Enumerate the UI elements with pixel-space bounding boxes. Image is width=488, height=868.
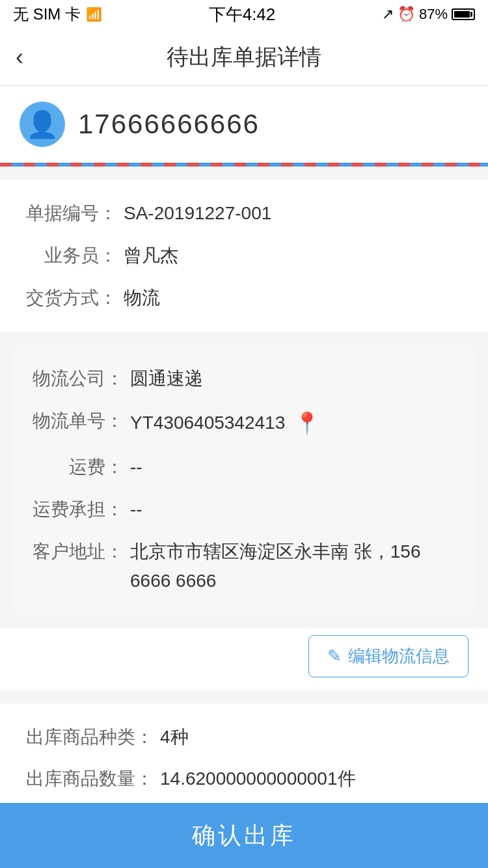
edit-logistics-button[interactable]: ✎ 编辑物流信息 [308, 635, 468, 677]
freight-bear-label: 运费承担： [33, 495, 124, 524]
status-right: ↗ ⏰ 87% [382, 6, 475, 23]
document-info-section: 单据编号： SA-20191227-001 业务员： 曾凡杰 交货方式： 物流 [0, 180, 488, 332]
salesman-row: 业务员： 曾凡杰 [26, 241, 462, 271]
delivery-value: 物流 [124, 284, 462, 313]
user-icon: 👤 [26, 109, 59, 140]
freight-bear-row: 运费承担： -- [33, 495, 455, 524]
tracking-number: YT4306405342413 [130, 409, 285, 438]
logistics-company-row: 物流公司： 圆通速递 [33, 364, 455, 394]
edit-btn-row: ✎ 编辑物流信息 [0, 629, 488, 690]
document-number-value: SA-20191227-001 [124, 199, 462, 228]
salesman-value: 曾凡杰 [124, 241, 462, 271]
delivery-label: 交货方式： [26, 284, 117, 313]
status-time: 下午4:42 [209, 3, 276, 26]
dashed-divider [0, 163, 488, 167]
confirm-btn-text: 确认出库 [192, 820, 296, 852]
freight-bear-value: -- [130, 495, 455, 524]
goods-type-label: 出库商品种类： [26, 723, 154, 752]
confirm-btn-bar[interactable]: 确认出库 [0, 803, 488, 868]
alarm-icon: ⏰ [398, 6, 415, 23]
freight-row: 运费： -- [33, 453, 455, 482]
nav-bar: ‹ 待出库单据详情 [0, 29, 488, 86]
delivery-row: 交货方式： 物流 [26, 284, 462, 313]
salesman-label: 业务员： [26, 241, 117, 271]
goods-quantity-row: 出库商品数量： 14.620000000000001件 [26, 765, 462, 794]
section-divider [0, 690, 488, 703]
tracking-value: YT4306405342413 📍 [130, 407, 455, 440]
battery-percent: 87% [419, 6, 448, 23]
map-pin-icon[interactable]: 📍 [294, 407, 320, 440]
page-title: 待出库单据详情 [167, 42, 321, 72]
address-row: 客户地址： 北京市市辖区海淀区永丰南 张，156 6666 6666 [33, 537, 455, 596]
logistics-company-value: 圆通速递 [130, 364, 455, 394]
avatar: 👤 [20, 102, 65, 147]
edit-btn-label: 编辑物流信息 [348, 645, 450, 668]
goods-section: 出库商品种类： 4种 出库商品数量： 14.620000000000001件 [0, 703, 488, 814]
location-status-icon: ↗ [382, 6, 394, 23]
status-left: 无 SIM 卡 📶 [13, 4, 102, 25]
edit-icon: ✎ [327, 646, 342, 666]
document-number-row: 单据编号： SA-20191227-001 [26, 199, 462, 228]
goods-type-row: 出库商品种类： 4种 [26, 723, 462, 752]
status-bar: 无 SIM 卡 📶 下午4:42 ↗ ⏰ 87% [0, 0, 488, 29]
battery-icon [452, 8, 475, 20]
tracking-label: 物流单号： [33, 407, 124, 436]
goods-type-value: 4种 [160, 723, 462, 752]
back-button[interactable]: ‹ [16, 44, 23, 71]
goods-quantity-value: 14.620000000000001件 [160, 765, 462, 794]
freight-value: -- [130, 453, 455, 482]
freight-label: 运费： [33, 453, 124, 482]
wifi-icon: 📶 [86, 7, 102, 22]
carrier-text: 无 SIM 卡 [13, 4, 81, 25]
logistics-company-label: 物流公司： [33, 364, 124, 394]
tracking-row: 物流单号： YT4306405342413 📍 [33, 407, 455, 440]
logistics-card: 物流公司： 圆通速递 物流单号： YT4306405342413 📍 运费： -… [13, 345, 475, 615]
address-label: 客户地址： [33, 537, 124, 567]
address-value: 北京市市辖区海淀区永丰南 张，156 6666 6666 [130, 537, 455, 596]
goods-quantity-label: 出库商品数量： [26, 765, 154, 794]
document-number-label: 单据编号： [26, 199, 117, 228]
customer-header: 👤 17666666666 [0, 86, 488, 163]
customer-phone: 17666666666 [78, 109, 260, 140]
